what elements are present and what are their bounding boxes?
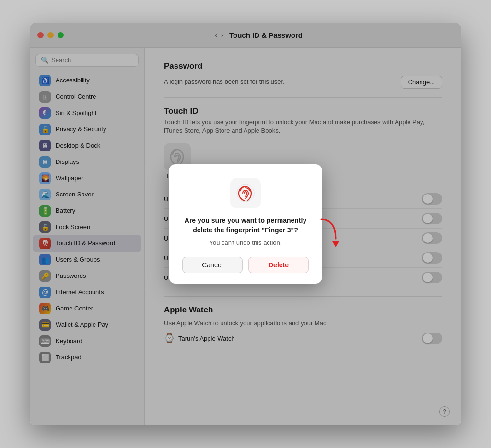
svg-rect-0 <box>235 183 256 204</box>
system-preferences-window: ‹ › Touch ID & Password 🔍 ♿Accessibility… <box>30 23 461 425</box>
dialog-buttons: Cancel Delete <box>182 257 309 273</box>
dialog-submessage: You can't undo this action. <box>210 239 282 246</box>
svg-marker-2 <box>332 241 339 247</box>
cancel-button[interactable]: Cancel <box>182 257 243 273</box>
dialog-overlay: Are you sure you want to permanently del… <box>30 23 461 425</box>
delete-button[interactable]: Delete <box>248 257 309 273</box>
delete-fingerprint-dialog: Are you sure you want to permanently del… <box>169 164 322 283</box>
dialog-fingerprint-icon <box>230 178 261 208</box>
dialog-message: Are you sure you want to permanently del… <box>182 216 309 235</box>
arrow-annotation <box>316 215 345 255</box>
